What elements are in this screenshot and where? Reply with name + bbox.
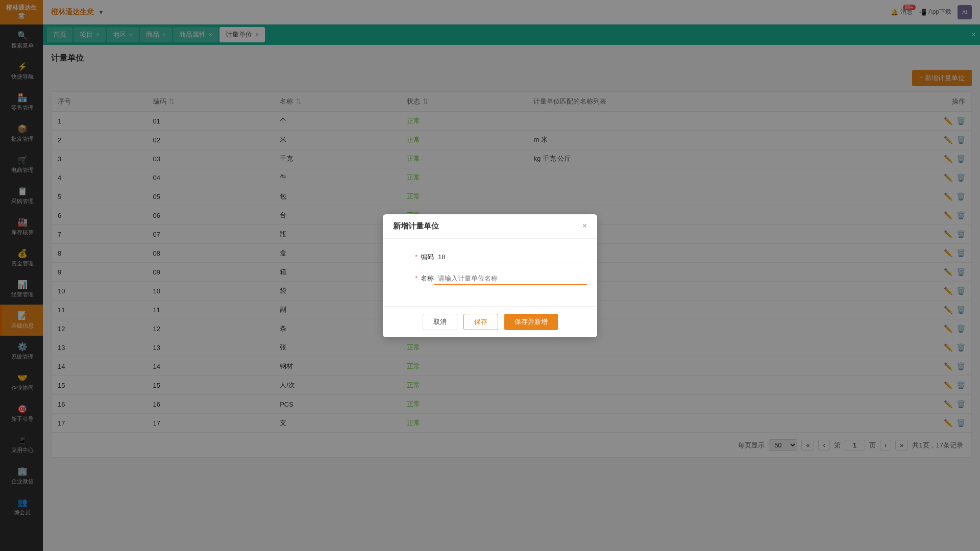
- form-row-name: * 名称: [393, 272, 587, 285]
- cancel-button[interactable]: 取消: [423, 314, 457, 330]
- name-input[interactable]: [434, 272, 587, 285]
- name-label: * 名称: [393, 274, 434, 283]
- code-required-mark: *: [415, 253, 418, 261]
- save-button[interactable]: 保存: [463, 314, 498, 330]
- modal-body: * 编码 * 名称: [383, 239, 597, 306]
- code-input[interactable]: [434, 251, 587, 263]
- modal-close-button[interactable]: ×: [582, 222, 587, 230]
- modal-footer: 取消 保存 保存并新增: [383, 306, 597, 337]
- name-required-mark: *: [415, 274, 418, 282]
- modal-overlay[interactable]: 新增计量单位 × * 编码 * 名称 取消 保存 保存并新增: [0, 0, 980, 551]
- form-row-code: * 编码: [393, 251, 587, 263]
- add-unit-modal: 新增计量单位 × * 编码 * 名称 取消 保存 保存并新增: [383, 214, 597, 337]
- save-and-new-button[interactable]: 保存并新增: [504, 314, 558, 330]
- modal-header: 新增计量单位 ×: [383, 214, 597, 239]
- code-label: * 编码: [393, 253, 434, 262]
- modal-title: 新增计量单位: [393, 221, 439, 231]
